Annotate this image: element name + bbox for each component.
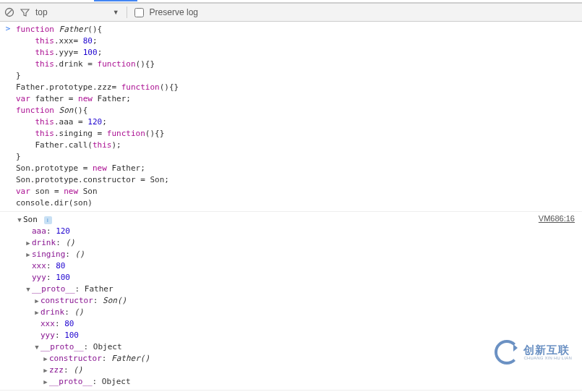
console-toolbar: top ▼ Preserve log (0, 3, 582, 22)
code-content[interactable]: function Father(){ this.xxx= 80; this.yy… (16, 22, 582, 211)
preserve-log-label: Preserve log (150, 7, 198, 17)
filter-icon[interactable] (20, 8, 30, 17)
context-label: top (35, 7, 48, 17)
disclosure-closed-icon[interactable]: ▶ (33, 307, 40, 318)
input-prompt-icon: > (0, 22, 16, 211)
object-tree-item[interactable]: ▶__proto__: Object (16, 376, 578, 388)
watermark-text-main: 创新互联 (523, 344, 572, 355)
disclosure-open-icon[interactable]: ▼ (25, 284, 32, 295)
disclosure-closed-icon[interactable]: ▶ (42, 376, 49, 388)
object-tree-item[interactable]: ▶drink: () (16, 307, 578, 318)
source-link[interactable]: VM686:16 (539, 214, 575, 223)
watermark: 创新互联 CHUANG XIN HU LIAN (495, 340, 572, 365)
watermark-text-sub: CHUANG XIN HU LIAN (523, 355, 572, 361)
object-tree-item[interactable]: ▶zzz: () (16, 365, 578, 376)
disclosure-closed-icon[interactable]: ▶ (42, 353, 49, 365)
object-tree-item[interactable]: ▶drink: () (16, 237, 578, 249)
disclosure-closed-icon[interactable]: ▶ (25, 237, 32, 249)
object-tree-item[interactable]: ▼__proto__: Father (16, 284, 578, 295)
object-tree-item[interactable]: yyy: 100 (16, 272, 578, 284)
chevron-down-icon: ▼ (113, 9, 119, 16)
object-tree-item[interactable]: yyy: 100 (16, 330, 578, 341)
info-badge-icon[interactable]: i (44, 216, 52, 224)
clear-console-icon[interactable] (4, 7, 14, 17)
watermark-logo-icon (495, 340, 519, 365)
object-tree-item[interactable]: ▼Son i (16, 214, 578, 226)
toolbar-separator (127, 7, 127, 18)
object-tree-item[interactable]: ▼__proto__: Object (16, 341, 578, 353)
context-selector[interactable]: top ▼ (35, 7, 119, 17)
console-input-block: > function Father(){ this.xxx= 80; this.… (0, 22, 582, 212)
disclosure-open-icon[interactable]: ▼ (33, 341, 40, 353)
svg-line-1 (7, 10, 12, 15)
panel-tab-strip (0, 0, 582, 3)
disclosure-closed-icon[interactable]: ▶ (25, 249, 32, 260)
disclosure-closed-icon[interactable]: ▶ (33, 295, 40, 307)
object-tree-item[interactable]: ▶constructor: Son() (16, 295, 578, 307)
object-tree-item[interactable]: ▶singing: () (16, 249, 578, 260)
preserve-log-checkbox[interactable] (134, 8, 144, 17)
object-tree-item[interactable]: aaa: 120 (16, 226, 578, 237)
object-tree-item[interactable]: ▶constructor: Father() (16, 353, 578, 365)
object-tree-item[interactable]: xxx: 80 (16, 318, 578, 330)
object-tree-item[interactable]: xxx: 80 (16, 260, 578, 272)
disclosure-closed-icon[interactable]: ▶ (42, 365, 49, 376)
output-gutter (0, 212, 16, 390)
disclosure-open-icon[interactable]: ▼ (16, 214, 23, 226)
